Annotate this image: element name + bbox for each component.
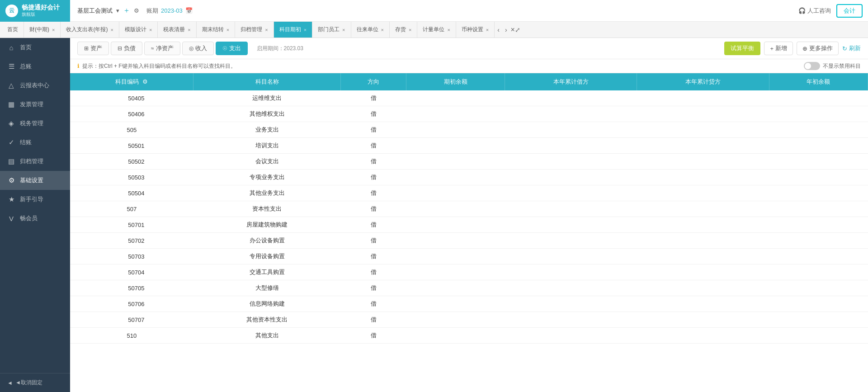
sidebar-collapse-btn[interactable]: ◄ ◄取消固定 xyxy=(0,373,70,392)
ai-consult-btn[interactable]: 🎧 人工咨询 xyxy=(798,7,831,15)
sub-tab-asset-label: 资产 xyxy=(90,44,102,52)
settle-icon: ✓ xyxy=(7,138,15,146)
new-btn[interactable]: + 新增 xyxy=(764,42,793,55)
more-btn[interactable]: ⊕ 更多操作 xyxy=(797,42,839,55)
tab-archive-close[interactable]: × xyxy=(265,27,268,33)
table-row[interactable]: 50704 交通工具购置 借 xyxy=(70,264,868,280)
sidebar-settle-label: 结账 xyxy=(20,138,32,146)
cell-ytd-debit xyxy=(505,249,637,264)
sidebar-item-home[interactable]: ⌂ 首页 xyxy=(0,38,70,57)
cell-name: 办公设备购置 xyxy=(193,233,341,249)
table-row[interactable]: 50705 大型修缮 借 xyxy=(70,280,868,296)
cell-code: 507 xyxy=(70,201,193,217)
tab-department-close[interactable]: × xyxy=(342,27,345,33)
table-row[interactable]: 50406 其他维权支出 借 xyxy=(70,106,868,122)
table-row[interactable]: 50703 专用设备购置 借 xyxy=(70,249,868,264)
tab-next-btn[interactable]: › xyxy=(502,26,510,33)
tab-archive[interactable]: 归档管理 × xyxy=(235,22,274,38)
cell-ytd-credit xyxy=(637,296,769,312)
tab-inventory-close[interactable]: × xyxy=(409,27,411,33)
sidebar-item-member[interactable]: V 畅会员 xyxy=(0,209,70,228)
tab-close-all-btn[interactable]: × xyxy=(511,26,515,34)
add-company-icon[interactable]: ＋ xyxy=(123,6,130,15)
sub-tab-asset[interactable]: ⊞ 资产 xyxy=(77,42,109,55)
tab-inventory[interactable]: 存货 × xyxy=(390,22,417,38)
asset-icon: ⊞ xyxy=(84,45,89,52)
balance-btn[interactable]: 试算平衡 xyxy=(724,42,760,55)
tab-department[interactable]: 部门员工 × xyxy=(312,22,351,38)
collapse-label: ◄取消固定 xyxy=(15,379,42,387)
company-dropdown-icon[interactable]: ▾ xyxy=(116,7,119,14)
tab-template[interactable]: 模版设计 × xyxy=(119,22,158,38)
tab-income-annual[interactable]: 收入支出表(年报) × xyxy=(61,22,119,38)
account-button[interactable]: 会计 xyxy=(836,4,863,18)
table-row[interactable]: 50504 其他业务支出 借 xyxy=(70,185,868,201)
cell-ytd-debit xyxy=(505,138,637,154)
tab-income-annual-close[interactable]: × xyxy=(110,27,113,33)
cell-code: 50702 xyxy=(70,233,193,249)
cell-opening xyxy=(406,170,505,185)
sidebar-item-tax[interactable]: ◈ 税务管理 xyxy=(0,114,70,133)
sidebar-item-reports[interactable]: △ 云报表中心 xyxy=(0,76,70,95)
tab-home-label: 首页 xyxy=(7,26,18,33)
table-row[interactable]: 50503 专项业务支出 借 xyxy=(70,170,868,185)
sidebar-item-invoice[interactable]: ▦ 发票管理 xyxy=(0,95,70,114)
tab-period-end-close[interactable]: × xyxy=(226,27,229,33)
col-ytd-debit: 本年累计借方 xyxy=(505,73,637,90)
tab-financial-mid-label: 财(中期) xyxy=(29,26,49,33)
tab-tax-table-close[interactable]: × xyxy=(188,27,190,33)
tab-contacts-label: 往来单位 xyxy=(357,26,378,33)
tab-unit[interactable]: 计量单位 × xyxy=(417,22,456,38)
table-row[interactable]: 505 业务支出 借 xyxy=(70,122,868,138)
tab-currency[interactable]: 币种设置 × xyxy=(456,22,495,38)
table-row[interactable]: 510 其他支出 借 xyxy=(70,328,868,344)
col-settings-icon[interactable]: ⚙ xyxy=(142,78,148,85)
sidebar-item-archive[interactable]: ▤ 归档管理 xyxy=(0,152,70,171)
tab-currency-close[interactable]: × xyxy=(486,27,489,33)
tab-template-close[interactable]: × xyxy=(149,27,152,33)
sub-tab-income[interactable]: ◎ 收入 xyxy=(182,42,214,55)
cell-opening xyxy=(406,312,505,328)
cell-direction: 借 xyxy=(341,154,406,170)
disabled-toggle-label: 不显示禁用科目 xyxy=(823,62,861,70)
sub-tab-expense[interactable]: ☉ 支出 xyxy=(216,42,248,55)
tab-prev-btn[interactable]: ‹ xyxy=(495,26,502,33)
table-row[interactable]: 50405 运维维支出 借 xyxy=(70,90,868,106)
sub-tab-liability[interactable]: ⊟ 负债 xyxy=(111,42,142,55)
tab-contacts[interactable]: 往来单位 × xyxy=(351,22,390,38)
table-row[interactable]: 50701 房屋建筑物购建 借 xyxy=(70,217,868,233)
tab-contacts-close[interactable]: × xyxy=(381,27,384,33)
tab-unit-close[interactable]: × xyxy=(447,27,450,33)
disabled-toggle-switch[interactable] xyxy=(804,62,820,70)
tab-subject-init-close[interactable]: × xyxy=(304,27,307,33)
cell-name: 其他业务支出 xyxy=(193,185,341,201)
tab-financial-mid-close[interactable]: × xyxy=(52,27,55,33)
table-row[interactable]: 50501 培训支出 借 xyxy=(70,138,868,154)
tab-expand-btn[interactable]: ⤢ xyxy=(515,26,520,33)
cell-direction: 借 xyxy=(341,264,406,280)
sub-tab-expense-label: 支出 xyxy=(229,44,241,52)
table-row[interactable]: 50502 会议支出 借 xyxy=(70,154,868,170)
tab-financial-mid[interactable]: 财(中期) × xyxy=(24,22,61,38)
sidebar-item-ledger[interactable]: ☰ 总账 xyxy=(0,57,70,76)
net-asset-icon: ≈ xyxy=(151,45,154,52)
cell-year-begin xyxy=(769,90,868,106)
table-row[interactable]: 50707 其他资本性支出 借 xyxy=(70,312,868,328)
logo-area: 云 畅捷通好会计 旗舰版 xyxy=(0,0,70,22)
cell-opening xyxy=(406,249,505,264)
tab-period-end[interactable]: 期末结转 × xyxy=(197,22,235,38)
sidebar-item-settle[interactable]: ✓ 结账 xyxy=(0,133,70,152)
sidebar-item-settings[interactable]: ⚙ 基础设置 xyxy=(0,171,70,190)
tab-tax-table[interactable]: 税表清册 × xyxy=(158,22,196,38)
company-settings-icon[interactable]: ⚙ xyxy=(134,7,139,14)
table-row[interactable]: 50702 办公设备购置 借 xyxy=(70,233,868,249)
tab-home[interactable]: 首页 xyxy=(2,22,24,38)
tab-subject-init[interactable]: 科目期初 × xyxy=(274,22,312,38)
table-row[interactable]: 50706 信息网络购建 借 xyxy=(70,296,868,312)
cell-year-begin xyxy=(769,312,868,328)
sub-tab-net-asset[interactable]: ≈ 净资产 xyxy=(144,42,180,55)
refresh-btn[interactable]: ↻ 刷新 xyxy=(842,44,861,52)
period-calendar-icon[interactable]: 📅 xyxy=(185,7,193,14)
table-row[interactable]: 507 资本性支出 借 xyxy=(70,201,868,217)
sidebar-item-guide[interactable]: ★ 新手引导 xyxy=(0,190,70,209)
